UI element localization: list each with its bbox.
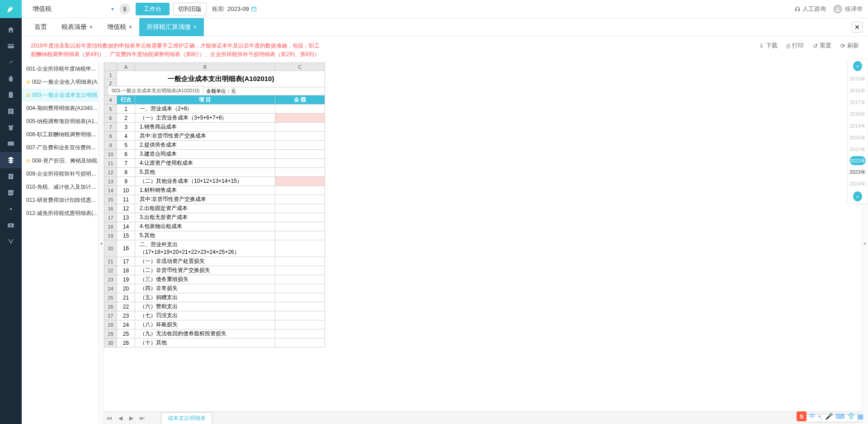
tree-item[interactable]: 010-免税、减计收入及加计...	[22, 181, 98, 194]
year-option[interactable]: 2023年	[848, 166, 868, 178]
year-option[interactable]: 2024年	[848, 178, 868, 190]
row-header[interactable]: 8	[104, 132, 117, 141]
user-section[interactable]: 徐泽华	[833, 5, 863, 14]
cell-amount[interactable]	[275, 311, 325, 320]
cell-amount[interactable]	[275, 275, 325, 284]
cell-item[interactable]: 3.建造合同成本	[135, 150, 275, 159]
cell-index[interactable]: 19	[117, 275, 135, 284]
sheet-nav-first[interactable]: ⏮	[104, 415, 115, 421]
page-tab[interactable]: 税表清册×	[54, 18, 100, 36]
row-header[interactable]: 12	[104, 168, 117, 177]
tree-item[interactable]: 011-研发费用加计扣除优惠...	[22, 194, 98, 207]
cell-amount[interactable]	[275, 231, 325, 240]
cell-item[interactable]: 其中:非货币性资产交换成本	[135, 195, 275, 204]
cell-index[interactable]: 9	[117, 177, 135, 186]
tree-item[interactable]: 005-纳税调整项目明细表(A1...	[22, 115, 98, 128]
cell-amount[interactable]	[275, 302, 325, 311]
download-action[interactable]: ⇩下载	[759, 42, 778, 50]
cell-amount[interactable]	[275, 150, 325, 159]
cell-item[interactable]: （十）其他	[135, 338, 275, 348]
cell-item[interactable]: 一、营业成本（2+9）	[135, 105, 275, 114]
ime-badge[interactable]: S	[797, 411, 807, 421]
cell-item[interactable]: （二）非货币性资产交换损失	[135, 266, 275, 275]
cell-index[interactable]: 18	[117, 266, 135, 275]
row-header[interactable]: 9	[104, 141, 117, 150]
nav-card[interactable]	[0, 38, 22, 54]
cell-index[interactable]: 3	[117, 123, 135, 132]
tree-item[interactable]: ⊘003-一般企业成本支出明细...	[22, 89, 98, 102]
tax-type-dropdown[interactable]: 增值税 ▾	[33, 5, 114, 13]
cell-amount[interactable]	[275, 123, 325, 132]
tree-item[interactable]: 001-企业所得税年度纳税申...	[22, 62, 98, 76]
cell-index[interactable]: 11	[117, 195, 135, 204]
row-header[interactable]: 6	[104, 114, 117, 123]
row-header[interactable]: 11	[104, 159, 117, 168]
nav-chart[interactable]	[0, 54, 22, 71]
tree-item[interactable]: ⊘002-一般企业收入明细表(A...	[22, 76, 98, 89]
year-down-icon[interactable]: »	[853, 191, 862, 201]
row-header[interactable]: 5	[104, 105, 117, 114]
cell-index[interactable]: 21	[117, 293, 135, 302]
cell-amount[interactable]	[275, 257, 325, 266]
cell-item[interactable]: 5.其他	[135, 231, 275, 240]
corner-cell[interactable]	[104, 63, 117, 71]
cell-index[interactable]: 8	[117, 168, 135, 177]
row-header[interactable]: 29	[104, 329, 117, 338]
row-header[interactable]: 25	[104, 293, 117, 302]
row-header[interactable]: 14	[104, 186, 117, 195]
row-header[interactable]: 17	[104, 213, 117, 222]
cell-amount[interactable]	[275, 222, 325, 231]
nav-shirt[interactable]	[0, 119, 22, 136]
nav-export[interactable]	[0, 168, 22, 185]
nav-inbox[interactable]	[0, 185, 22, 201]
cell-amount[interactable]	[275, 177, 325, 186]
close-icon[interactable]: ×	[90, 24, 93, 30]
cell-item[interactable]: （一）主营业务成本（3+5+6+7+8）	[135, 114, 275, 123]
row-header[interactable]: 13	[104, 177, 117, 186]
close-all-tabs[interactable]: ✕	[852, 22, 863, 33]
cell-index[interactable]: 24	[117, 320, 135, 329]
cell-amount[interactable]	[275, 186, 325, 195]
workbench-button[interactable]: 工作台	[136, 3, 170, 15]
refresh-action[interactable]: ⟳刷新	[840, 42, 859, 50]
cell-amount[interactable]	[275, 266, 325, 275]
nav-home[interactable]	[0, 22, 22, 38]
ime-skin-icon[interactable]: 👕	[847, 413, 855, 420]
col-header-C[interactable]: C	[275, 63, 325, 71]
row-header[interactable]: 24	[104, 284, 117, 293]
cell-index[interactable]: 5	[117, 141, 135, 150]
ime-grid-icon[interactable]: ▦	[858, 413, 863, 420]
cell-item[interactable]: （二）其他业务成本（10+12+13+14+15）	[135, 177, 275, 186]
year-option[interactable]: 2015年	[848, 73, 868, 85]
row-header[interactable]: 27	[104, 311, 117, 320]
nav-v[interactable]	[0, 233, 22, 250]
cell-index[interactable]: 10	[117, 186, 135, 195]
year-option[interactable]: 2016年	[848, 85, 868, 96]
cell-item[interactable]: （九）无法收回的债券股权投资损失	[135, 329, 275, 338]
nav-bag[interactable]	[0, 71, 22, 87]
row-header[interactable]: 10	[104, 150, 117, 159]
cell-index[interactable]: 17	[117, 257, 135, 266]
row-header[interactable]: 18	[104, 222, 117, 231]
cell-amount[interactable]	[275, 141, 325, 150]
sheet-tab[interactable]: 成本支出明细表	[161, 412, 212, 424]
cell-amount[interactable]	[275, 168, 325, 177]
row-header[interactable]: 23	[104, 275, 117, 284]
sheet-nav-last[interactable]: ⏭	[137, 415, 147, 421]
cell-item[interactable]: （八）坏账损失	[135, 320, 275, 329]
cell-item[interactable]: 3.出租无形资产成本	[135, 213, 275, 222]
row-header[interactable]: 26	[104, 302, 117, 311]
cell-item[interactable]: （一）非流动资产处置损失	[135, 257, 275, 266]
year-option[interactable]: 2019年	[848, 120, 868, 132]
cell-item[interactable]: 2.出租固定资产成本	[135, 204, 275, 213]
cell-item[interactable]: （七）罚没支出	[135, 311, 275, 320]
cell-amount[interactable]	[275, 240, 325, 257]
close-icon[interactable]: ×	[129, 24, 132, 30]
reset-action[interactable]: ↺重置	[813, 42, 831, 50]
cell-amount[interactable]	[275, 105, 325, 114]
row-header[interactable]: 4	[104, 95, 117, 105]
cell-item[interactable]: （四）非常损失	[135, 284, 275, 293]
page-tab[interactable]: 所得税汇算清缴×	[139, 18, 204, 36]
row-header[interactable]: 30	[104, 338, 117, 348]
tree-collapse-handle[interactable]: ◂	[99, 62, 104, 424]
